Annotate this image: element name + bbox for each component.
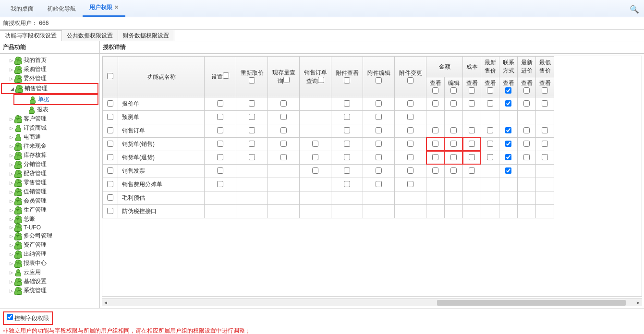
perm-checkbox[interactable] — [344, 114, 350, 120]
perm-checkbox[interactable] — [217, 181, 223, 187]
perm-checkbox[interactable] — [469, 141, 475, 147]
tree-node-22[interactable]: ▷基础设置 — [1, 277, 98, 286]
perm-checkbox[interactable] — [469, 167, 475, 174]
perm-checkbox[interactable] — [312, 167, 318, 174]
perm-checkbox[interactable] — [217, 154, 223, 160]
tab-2[interactable]: 用户权限✕ — [83, 0, 125, 17]
tree-node-0[interactable]: ▷我的首页 — [1, 56, 98, 65]
perm-checkbox[interactable] — [487, 141, 493, 147]
perm-checkbox[interactable] — [523, 127, 530, 133]
tree-expand-icon[interactable]: ▷ — [9, 117, 13, 121]
header-checkbox[interactable] — [344, 77, 350, 84]
row-checkbox[interactable] — [107, 154, 113, 160]
perm-checkbox[interactable] — [376, 167, 382, 174]
perm-checkbox[interactable] — [217, 141, 223, 147]
tree-node-11[interactable]: ▷零售管理 — [1, 178, 98, 187]
tree-node-17[interactable]: ▷多公司管理 — [1, 231, 98, 240]
subheader-checkbox[interactable] — [542, 87, 548, 94]
tree-node-21[interactable]: ▷云应用 — [1, 268, 98, 277]
tree-expand-icon[interactable]: ▷ — [9, 58, 13, 63]
perm-checkbox[interactable] — [376, 127, 382, 133]
perm-checkbox[interactable] — [407, 154, 413, 160]
tree-expand-icon[interactable]: ▷ — [9, 288, 13, 293]
tree-expand-icon[interactable]: ▷ — [9, 234, 13, 239]
tree-expand-icon[interactable]: ▷ — [9, 208, 13, 213]
tree-node-4[interactable]: ▷客户管理 — [1, 114, 98, 123]
tree-node-2[interactable]: ▷委外管理 — [1, 74, 98, 83]
tree-expand-icon[interactable]: ▷ — [9, 76, 13, 81]
header-checkbox[interactable] — [283, 77, 290, 83]
perm-checkbox[interactable] — [487, 127, 493, 133]
header-checkbox[interactable] — [407, 77, 413, 84]
perm-checkbox[interactable] — [450, 100, 457, 107]
perm-checkbox[interactable] — [487, 100, 493, 107]
perm-checkbox[interactable] — [376, 181, 382, 187]
perm-checkbox[interactable] — [469, 100, 475, 107]
perm-checkbox[interactable] — [523, 154, 530, 160]
perm-checkbox[interactable] — [542, 100, 548, 107]
perm-checkbox[interactable] — [280, 141, 287, 147]
perm-checkbox[interactable] — [344, 127, 350, 133]
perm-checkbox[interactable] — [280, 127, 287, 133]
perm-checkbox[interactable] — [450, 127, 457, 133]
perm-checkbox[interactable] — [249, 127, 255, 133]
tree-node-13[interactable]: ▷会员管理 — [1, 196, 98, 205]
perm-checkbox[interactable] — [344, 167, 350, 174]
perm-checkbox[interactable] — [376, 114, 382, 120]
tree-node-20[interactable]: ▷报表中心 — [1, 259, 98, 268]
perm-checkbox[interactable] — [432, 167, 438, 174]
close-icon[interactable]: ✕ — [114, 4, 119, 10]
perm-checkbox[interactable] — [280, 100, 287, 107]
tree-node-6[interactable]: ▷电商通 — [1, 132, 98, 142]
tree-node-7[interactable]: ▷往来现金 — [1, 142, 98, 151]
tree-child-3-0[interactable]: 单据 — [13, 94, 98, 105]
perm-checkbox[interactable] — [249, 114, 255, 120]
horizontal-scrollbar[interactable]: ◄ ► — [102, 298, 642, 306]
tree-expand-icon[interactable]: ▷ — [9, 67, 13, 72]
tree-expand-icon[interactable]: ▷ — [9, 261, 13, 266]
tree-node-12[interactable]: ▷促销管理 — [1, 187, 98, 196]
perm-checkbox[interactable] — [407, 127, 413, 133]
control-field-perm[interactable]: 控制字段权限 — [3, 311, 53, 325]
perm-checkbox[interactable] — [217, 167, 223, 174]
perm-checkbox[interactable] — [249, 141, 255, 147]
perm-checkbox[interactable] — [523, 100, 530, 107]
perm-checkbox[interactable] — [505, 141, 511, 147]
header-checkbox[interactable] — [107, 73, 113, 79]
perm-checkbox[interactable] — [432, 154, 438, 160]
tree-collapse-icon[interactable]: ◢ — [10, 86, 14, 91]
tree-expand-icon[interactable]: ▷ — [9, 252, 13, 257]
tree-node-14[interactable]: ▷生产管理 — [1, 205, 98, 215]
tree-expand-icon[interactable]: ▷ — [9, 270, 13, 275]
tree-child-3-1[interactable]: 报表 — [13, 105, 98, 114]
row-checkbox[interactable] — [107, 181, 113, 187]
tree-expand-icon[interactable]: ▷ — [9, 279, 13, 284]
perm-checkbox[interactable] — [407, 114, 413, 120]
perm-checkbox[interactable] — [249, 100, 255, 107]
header-checkbox[interactable] — [249, 77, 255, 84]
perm-checkbox[interactable] — [217, 127, 223, 133]
perm-checkbox[interactable] — [432, 127, 438, 133]
tree-expand-icon[interactable]: ▷ — [9, 243, 13, 248]
perm-checkbox[interactable] — [450, 154, 457, 160]
perm-checkbox[interactable] — [312, 141, 318, 147]
header-checkbox[interactable] — [376, 77, 382, 84]
perm-checkbox[interactable] — [217, 114, 223, 120]
tree-expand-icon[interactable]: ▷ — [9, 190, 13, 194]
perm-checkbox[interactable] — [487, 154, 493, 160]
perm-checkbox[interactable] — [407, 167, 413, 174]
row-checkbox[interactable] — [107, 114, 113, 120]
tab-0[interactable]: 我的桌面 — [4, 1, 40, 17]
perm-checkbox[interactable] — [344, 100, 350, 107]
tree-expand-icon[interactable]: ▷ — [9, 162, 13, 167]
perm-checkbox[interactable] — [505, 127, 511, 133]
perm-checkbox[interactable] — [450, 141, 457, 147]
tree-node-15[interactable]: ▷总账 — [1, 215, 98, 224]
perm-checkbox[interactable] — [542, 141, 548, 147]
perm-checkbox[interactable] — [542, 154, 548, 160]
perm-checkbox[interactable] — [217, 100, 223, 107]
perm-checkbox[interactable] — [469, 154, 475, 160]
perm-checkbox[interactable] — [432, 100, 438, 107]
subtab-0[interactable]: 功能与字段权限设置 — [0, 30, 62, 41]
subheader-checkbox[interactable] — [505, 87, 511, 94]
